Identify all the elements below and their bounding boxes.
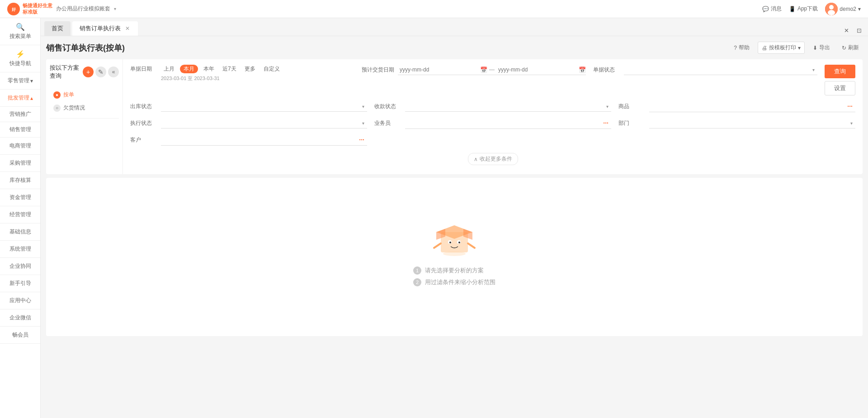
expected-date-start[interactable] (398, 65, 478, 75)
status-group: 单据状态 ▾ (593, 65, 817, 75)
sidebar-item-sales-manage[interactable]: 销售管理 (0, 122, 40, 138)
sidebar-item-ecommerce[interactable]: 电商管理 (0, 138, 40, 155)
print-dropdown-icon: ▾ (798, 45, 801, 51)
customer-picker[interactable]: ··· (161, 134, 367, 146)
collapse-side-button[interactable]: « (108, 66, 119, 77)
payment-select-wrapper: ▾ (405, 101, 611, 112)
scheme-label-欠货情况: 欠货情况 (63, 104, 85, 112)
message-icon: 💬 (762, 6, 769, 12)
sidebar-item-operations[interactable]: 经营管理 (0, 206, 40, 223)
date-label: 单据日期 (130, 65, 157, 73)
tab-restore-button[interactable]: ⊡ (854, 25, 864, 36)
export-button[interactable]: ⬇ 导出 (809, 42, 834, 53)
wholesale-expand-icon: ▴ (30, 95, 33, 101)
payment-filter: 收款状态 ▾ (374, 101, 611, 112)
collapse-more-button[interactable]: ∧ 收起更多条件 (468, 153, 518, 165)
sidebar-item-marketing[interactable]: 营销推广 (0, 107, 40, 122)
appstore-label: 应用中心 (9, 297, 31, 304)
download-icon: 📱 (789, 6, 796, 12)
exec-label: 执行状态 (130, 119, 157, 127)
filter-side-title: 按以下方案查询 + ✎ « (50, 64, 119, 80)
sales-manage-label: 销售管理 (9, 126, 31, 133)
date-shortcut-上月[interactable]: 上月 (161, 65, 177, 73)
sidebar-item-appstore[interactable]: 应用中心 (0, 292, 40, 309)
sidebar-item-member[interactable]: 畅会员 (0, 327, 40, 344)
sidebar-item-enterprise[interactable]: 企业协同 (0, 258, 40, 275)
outbound-filter: 出库状态 ▾ (130, 101, 367, 112)
edit-scheme-button[interactable]: ✎ (95, 66, 106, 77)
sidebar-item-wholesale[interactable]: 批发管理 ▴ (0, 90, 40, 107)
sidebar-item-purchase[interactable]: 采购管理 (0, 155, 40, 172)
download-button[interactable]: 📱 App下载 (789, 5, 818, 13)
message-button[interactable]: 💬 消息 (762, 5, 782, 13)
marketing-label: 营销推广 (9, 111, 31, 117)
page-actions: ? 帮助 🖨 按模板打印 ▾ ⬇ 导出 ↻ 刷新 (730, 42, 863, 54)
status-select[interactable] (624, 65, 817, 75)
goods-picker[interactable]: ··· (649, 101, 855, 112)
empty-state: 1 请先选择要分析的方案 2 用过滤条件来缩小分析范围 (46, 178, 863, 323)
tab-home[interactable]: 首页 (44, 21, 71, 36)
sidebar-item-inventory[interactable]: 库存核算 (0, 172, 40, 189)
date-shortcut-近7天[interactable]: 近7天 (220, 65, 239, 73)
help-icon: ? (734, 45, 737, 51)
app-dropdown-icon[interactable]: ▾ (114, 6, 116, 11)
sidebar-item-retail[interactable]: 零售管理 ▾ (0, 72, 40, 90)
tab-sales-exec[interactable]: 销售订单执行表 ✕ (72, 21, 138, 36)
expected-date-end[interactable] (496, 65, 577, 75)
svg-point-12 (458, 242, 460, 243)
sidebar-item-quicknav[interactable]: ⚡ 快捷导航 (0, 45, 40, 72)
dept-filter: 部门 ▾ (618, 118, 855, 129)
filter-row-2: 出库状态 ▾ 收款状态 (130, 101, 855, 112)
svg-point-15 (443, 252, 466, 256)
filter-scheme-title: 按以下方案查询 (50, 64, 83, 80)
logo-icon: 好 (7, 3, 20, 15)
sidebar-item-finance[interactable]: 资金管理 (0, 189, 40, 206)
print-button[interactable]: 🖨 按模板打印 ▾ (758, 42, 805, 54)
calendar-end-icon[interactable]: 📅 (579, 66, 586, 73)
tab-sales-exec-label: 销售订单执行表 (80, 24, 121, 33)
scheme-item-按单[interactable]: ● 按单 (50, 88, 119, 101)
avatar (825, 3, 838, 15)
date-shortcuts: 上月 本月 本年 近7天 更多 自定义 (161, 65, 283, 73)
date-shortcut-本月[interactable]: 本月 (180, 65, 198, 73)
refresh-button[interactable]: ↻ 刷新 (838, 42, 863, 53)
exec-select[interactable] (161, 118, 367, 128)
payment-label: 收款状态 (374, 103, 401, 110)
settings-button[interactable]: 设置 (825, 81, 855, 95)
logo-text: 畅捷通好生意 标准版 (23, 3, 52, 14)
salesperson-picker[interactable]: ··· (405, 118, 611, 129)
help-button[interactable]: ? 帮助 (730, 42, 753, 53)
query-button[interactable]: 查询 (825, 65, 855, 78)
dept-select[interactable] (649, 118, 855, 128)
tab-close-all-button[interactable]: ✕ (841, 25, 852, 36)
date-shortcut-自定义[interactable]: 自定义 (261, 65, 283, 73)
inventory-label: 库存核算 (9, 176, 31, 184)
ecommerce-label: 电商管理 (9, 142, 31, 150)
quicknav-icon: ⚡ (16, 50, 25, 58)
sidebar-item-newbie[interactable]: 新手引导 (0, 275, 40, 292)
collapse-label: 收起更多条件 (480, 155, 512, 163)
wholesale-submenu: 营销推广 销售管理 (0, 107, 40, 138)
scheme-icon-欠货情况: ○ (53, 104, 61, 112)
outbound-label: 出库状态 (130, 103, 157, 110)
payment-select[interactable] (405, 101, 611, 111)
date-shortcut-更多[interactable]: 更多 (242, 65, 258, 73)
date-shortcut-本年[interactable]: 本年 (201, 65, 217, 73)
sidebar-item-system[interactable]: 系统管理 (0, 241, 40, 258)
empty-tip-2: 2 用过滤条件来缩小分析范围 (413, 278, 495, 286)
scheme-item-欠货情况[interactable]: ○ 欠货情况 (50, 101, 119, 114)
retail-expand-icon: ▾ (30, 78, 33, 84)
sidebar-item-wechat[interactable]: 企业微信 (0, 309, 40, 327)
outbound-select[interactable] (161, 101, 367, 111)
goods-filter: 商品 ··· (618, 101, 855, 112)
svg-point-4 (828, 10, 835, 15)
top-header: 好 畅捷通好生意 标准版 办公用品行业模拟账套 ▾ 💬 消息 📱 App下载 (0, 0, 868, 18)
sidebar-item-search[interactable]: 🔍 搜索菜单 (0, 18, 40, 45)
page-content: 销售订单执行表(按单) ? 帮助 🖨 按模板打印 ▾ ⬇ 导出 (41, 36, 868, 418)
add-scheme-button[interactable]: + (83, 66, 94, 77)
sidebar-item-basic[interactable]: 基础信息 (0, 223, 40, 241)
user-menu[interactable]: demo2 ▾ (825, 3, 861, 15)
tab-close-icon[interactable]: ✕ (124, 24, 131, 33)
calendar-start-icon[interactable]: 📅 (480, 66, 487, 73)
sidebar-quicknav-label: 快捷导航 (9, 60, 31, 67)
